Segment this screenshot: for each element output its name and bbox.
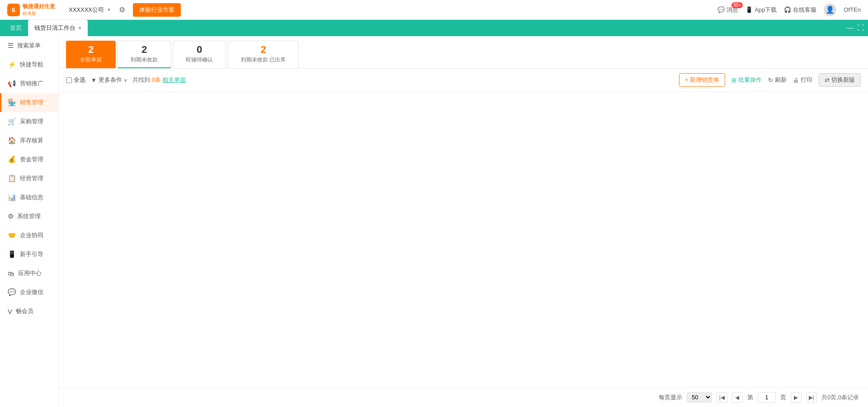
close-tab-icon[interactable]: × (78, 25, 81, 31)
wechat-icon: 💬 (8, 288, 16, 296)
app-logo-text: 畅捷通好生意 标准版 (23, 3, 55, 16)
sidebar-item-quicknav[interactable]: ⚡ 快捷导航 (0, 55, 58, 74)
stat-label-shipped: 到期未收款 已出库 (241, 56, 286, 64)
sidebar-item-finance[interactable]: 💰 资金管理 (0, 150, 58, 169)
stats-tabs: 2 全部单据 2 到期未收款 0 旺辅待确认 2 到期未收款 已出库 (59, 36, 868, 69)
per-page-select[interactable]: 50 100 200 (687, 392, 712, 402)
prev-page-button[interactable]: ◀ (732, 392, 743, 403)
sidebar-item-system[interactable]: ⚙ 系统管理 (0, 207, 58, 226)
toolbar-right: + 新增销货单 ⊞ 批量操作 ↻ 刷新 🖨 打印 ⇄ 切换新版 (679, 73, 861, 87)
basic-info-icon: 📊 (8, 193, 16, 201)
stat-label-all: 全部单据 (80, 56, 102, 64)
sidebar-label-marketing: 营销推广 (20, 80, 43, 88)
stat-tab-all[interactable]: 2 全部单据 (66, 41, 116, 68)
first-page-button[interactable]: |◀ (717, 392, 727, 403)
stat-label-pending: 旺辅待确认 (186, 56, 213, 64)
logo-area: 6 畅捷通好生意 标准版 (7, 3, 55, 16)
next-page-button[interactable]: ▶ (791, 392, 802, 403)
sidebar-item-guide[interactable]: 📱 新手引导 (0, 245, 58, 264)
refresh-button[interactable]: ↻ 刷新 (768, 76, 787, 84)
maximize-window-icon[interactable]: ⛶ (857, 24, 864, 32)
header-left: 6 畅捷通好生意 标准版 XXXXXX公司 ▼ ⚙ 体验行业方案 (7, 3, 181, 17)
app-download-button[interactable]: 📱 App下载 (745, 6, 777, 14)
sidebar-item-marketing[interactable]: 📢 营销推广 (0, 74, 58, 93)
sidebar-item-sales[interactable]: 🏪 销售管理 (0, 93, 58, 112)
page-label: 第 (747, 393, 753, 402)
service-icon: 🎧 (784, 6, 791, 13)
sidebar-item-wechat[interactable]: 💬 企业微信 (0, 283, 58, 302)
switch-version-button[interactable]: ⇄ 切换新版 (819, 73, 861, 87)
stat-tab-pending[interactable]: 0 旺辅待确认 (173, 41, 226, 68)
filter-icon: ▼ (91, 77, 97, 84)
sidebar-item-operations[interactable]: 📋 经营管理 (0, 169, 58, 188)
chevron-down-icon: ∨ (124, 78, 127, 83)
tab-workbench-label: 钱货日清工作台 (34, 24, 75, 32)
stat-tab-overdue[interactable]: 2 到期未收款 (118, 41, 171, 68)
message-icon: 💬 (717, 6, 725, 13)
sidebar-label-system: 系统管理 (17, 212, 41, 220)
related-orders-link[interactable]: 相关单据 (162, 76, 186, 83)
sidebar-label-finance: 资金管理 (20, 155, 43, 164)
user-name[interactable]: OfTEn (844, 6, 861, 13)
tab-home[interactable]: 首页 (4, 20, 28, 36)
enterprise-icon: 🤝 (8, 231, 16, 239)
sidebar-item-basic-info[interactable]: 📊 基础信息 (0, 188, 58, 207)
print-button[interactable]: 🖨 打印 (793, 76, 812, 84)
company-selector[interactable]: XXXXXX公司 ▼ (69, 6, 111, 14)
chevron-down-icon: ▼ (107, 7, 111, 12)
sidebar-item-inventory[interactable]: 🏠 库存核算 (0, 131, 58, 150)
sidebar-label-search: 搜索菜单 (17, 42, 41, 50)
settings-button[interactable]: ⚙ (116, 4, 128, 16)
select-all-checkbox[interactable]: 全选 (66, 76, 85, 84)
sales-icon: 🏪 (8, 98, 16, 107)
sidebar-item-purchase[interactable]: 🛒 采购管理 (0, 112, 58, 131)
online-service-button[interactable]: 🎧 在线客服 (784, 6, 816, 14)
select-all-input[interactable] (66, 77, 72, 83)
sidebar-item-appcenter[interactable]: 🛍 应用中心 (0, 264, 58, 283)
sidebar-label-member: 畅会员 (16, 307, 33, 315)
finance-icon: 💰 (8, 155, 16, 164)
sidebar-label-guide: 新手引导 (20, 250, 43, 258)
stat-num-all: 2 (88, 45, 94, 55)
sidebar-label-appcenter: 应用中心 (18, 269, 42, 277)
header-right: 💬 消息 99+ 📱 App下载 🎧 在线客服 👤 OfTEn (717, 4, 861, 16)
minimize-window-icon[interactable]: — (846, 24, 854, 32)
message-button[interactable]: 💬 消息 99+ (717, 6, 738, 14)
message-badge: 99+ (731, 2, 743, 8)
guide-icon: 📱 (8, 250, 16, 258)
user-icon: 👤 (826, 5, 835, 14)
last-page-button[interactable]: ▶| (806, 392, 817, 403)
app-logo-icon: 6 (7, 4, 20, 16)
trial-button[interactable]: 体验行业方案 (133, 3, 181, 17)
stat-label-overdue: 到期未收款 (131, 56, 158, 64)
company-name: XXXXXX公司 (69, 6, 104, 14)
filter-label: 更多条件 (99, 76, 122, 84)
page-number-input[interactable] (758, 392, 776, 403)
stat-tab-shipped[interactable]: 2 到期未收款 已出库 (228, 41, 299, 68)
marketing-icon: 📢 (8, 80, 16, 88)
avatar[interactable]: 👤 (824, 4, 836, 16)
purchase-icon: 🛒 (8, 117, 16, 126)
sidebar-label-quicknav: 快捷导航 (20, 61, 43, 69)
switch-icon: ⇄ (825, 77, 830, 84)
nav-right-buttons: — ⛶ (846, 24, 864, 32)
gear-icon: ⚙ (119, 5, 125, 14)
batch-icon: ⊞ (731, 77, 736, 84)
batch-operation-button[interactable]: ⊞ 批量操作 (731, 76, 762, 84)
stat-num-shipped: 2 (261, 45, 266, 55)
select-all-label: 全选 (74, 76, 85, 84)
search-menu-icon: ☰ (8, 42, 14, 50)
sidebar-item-search[interactable]: ☰ 搜索菜单 (0, 36, 58, 55)
tab-home-label: 首页 (10, 24, 22, 32)
download-icon: 📱 (745, 6, 753, 13)
per-page-label: 每页显示 (659, 393, 682, 402)
filter-button[interactable]: ▼ 更多条件 ∨ (91, 76, 127, 84)
table-area (59, 92, 868, 387)
sidebar-item-member[interactable]: V 畅会员 (0, 302, 58, 321)
inventory-icon: 🏠 (8, 136, 16, 145)
sidebar: ☰ 搜索菜单 ⚡ 快捷导航 📢 营销推广 🏪 销售管理 🛒 采购管理 🏠 库存核… (0, 36, 59, 407)
tab-workbench[interactable]: 钱货日清工作台 × (28, 20, 88, 36)
sidebar-item-enterprise[interactable]: 🤝 企业协同 (0, 226, 58, 245)
top-header: 6 畅捷通好生意 标准版 XXXXXX公司 ▼ ⚙ 体验行业方案 💬 消息 99… (0, 0, 868, 20)
new-sales-order-button[interactable]: + 新增销货单 (679, 73, 725, 87)
